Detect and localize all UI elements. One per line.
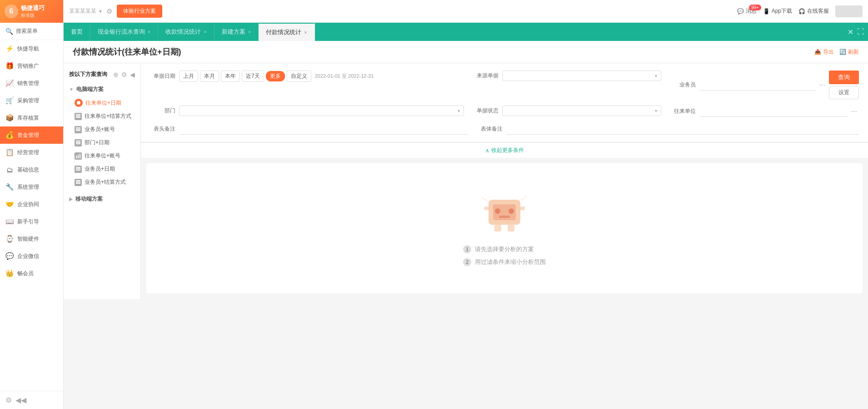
purchase-icon: 🛒 — [5, 96, 14, 105]
settings-footer-icon[interactable]: ⚙ — [5, 396, 12, 404]
solution-group-pc: ▼ 电脑端方案 往来单位+日期 往来单位+结算方式 — [64, 81, 140, 191]
solution-group-pc-header[interactable]: ▼ 电脑端方案 — [64, 83, 140, 96]
tab-bank[interactable]: 现金银行流水查询 × — [90, 23, 158, 41]
online-service-button[interactable]: 🎧 在线客服 — [798, 7, 829, 15]
tab-receipt-close[interactable]: × — [204, 29, 206, 35]
sidebar-item-cooperation[interactable]: 🤝 企业协同 — [0, 196, 63, 213]
tab-receipt[interactable]: 收款情况统计 × — [158, 23, 214, 41]
date-btn-last-month[interactable]: 上月 — [179, 71, 198, 82]
sidebar-item-quick-nav[interactable]: ⚡ 快捷导航 — [0, 40, 63, 57]
tab-payment-close[interactable]: × — [304, 30, 307, 35]
guide-icon: 📖 — [5, 217, 14, 226]
solution-group-mobile-header[interactable]: ▶ 移动端方案 — [64, 192, 140, 206]
body-note-input[interactable] — [506, 123, 859, 135]
solution-item-staff-account[interactable]: 业务员+账号 — [64, 123, 140, 136]
notice-button[interactable]: 💬 消息 99+ — [737, 7, 757, 15]
sidebar-item-basic-info[interactable]: 🗂 基础信息 — [0, 161, 63, 178]
tabbar-right-actions: ✕ ⛶ — [844, 23, 868, 41]
search-menu-item[interactable]: 🔍 搜索菜单 — [0, 23, 63, 40]
page-header-actions: 📤 导出 🔄 刷新 — [814, 48, 859, 56]
sidebar-item-operations[interactable]: 📋 经营管理 — [0, 144, 63, 161]
left-panel: 按以下方案查询 ⊕ ⚙ ◀ ▼ 电脑端方案 — [64, 63, 141, 299]
tab-home[interactable]: 首页 — [64, 23, 90, 41]
filter-item-dept: 部门 ▾ — [150, 106, 464, 116]
staff-more-icon[interactable]: ··· — [818, 81, 827, 89]
active-dot-icon — [75, 99, 83, 107]
solution-item-partner-account[interactable]: 往来单位+账号 — [64, 149, 140, 162]
solution-item-staff-date[interactable]: 业务员+日期 — [64, 162, 140, 176]
filter-section: 单据日期 上月 本月 本年 近7天 更多 自定义 2022-01-01 至 20… — [141, 63, 868, 142]
staff-input[interactable] — [699, 79, 815, 91]
app-label: App下载 — [772, 7, 792, 15]
tab-receipt-label: 收款情况统计 — [165, 28, 201, 36]
solution-item-label: 业务员+账号 — [85, 126, 115, 133]
date-btn-more[interactable]: 更多 — [266, 71, 285, 81]
svg-rect-24 — [484, 207, 489, 210]
tab-new-plan-close[interactable]: × — [248, 29, 251, 35]
date-btn-custom[interactable]: 自定义 — [287, 71, 311, 82]
header-note-input[interactable] — [179, 123, 468, 135]
collapse-panel-icon[interactable]: ◀ — [130, 71, 135, 78]
export-label: 导出 — [823, 48, 834, 56]
date-btn-7days[interactable]: 近7天 — [242, 71, 264, 82]
topbar: 某某某某某 ▾ ⚙ 体验行业方案 💬 消息 99+ 📱 App下载 🎧 在线客服 — [64, 0, 868, 23]
query-button[interactable]: 查询 — [829, 71, 859, 84]
filter-item-body-note: 表体备注 — [477, 123, 859, 135]
export-button[interactable]: 📤 导出 — [814, 48, 834, 56]
sidebar-item-inventory[interactable]: 📦 库存核算 — [0, 109, 63, 126]
sales-icon: 📈 — [5, 79, 14, 87]
partner-more-icon[interactable]: ··· — [849, 107, 859, 116]
refresh-button[interactable]: 🔄 刷新 — [839, 48, 859, 56]
solution-item-partner-settlement[interactable]: 往来单位+结算方式 — [64, 110, 140, 123]
tab-maximize-icon[interactable]: ⛶ — [857, 28, 864, 36]
company-dropdown-arrow[interactable]: ▾ — [99, 8, 102, 15]
collapse-conditions-button[interactable]: ∧ 收起更多条件 — [141, 142, 868, 158]
sidebar-item-system[interactable]: 🔧 系统管理 — [0, 178, 63, 196]
dept-select[interactable]: ▾ — [179, 106, 464, 116]
date-btn-this-month[interactable]: 本月 — [200, 71, 219, 82]
mobile-group-arrow: ▶ — [69, 197, 73, 202]
sidebar-item-sales[interactable]: 📈 销售管理 — [0, 75, 63, 92]
solution-item-label: 往来单位+账号 — [85, 152, 120, 160]
settings-gear-icon[interactable]: ⚙ — [105, 5, 114, 17]
status-select[interactable]: ▾ — [502, 106, 662, 116]
app-download-button[interactable]: 📱 App下载 — [763, 7, 792, 15]
date-btn-this-year[interactable]: 本年 — [221, 71, 240, 82]
svg-rect-11 — [78, 155, 79, 158]
dept-label: 部门 — [150, 107, 175, 115]
svg-line-28 — [482, 197, 489, 202]
company-name: 某某某某某 — [69, 7, 96, 15]
svg-rect-9 — [76, 143, 80, 144]
svg-rect-16 — [76, 180, 80, 181]
solution-item-staff-settlement[interactable]: 业务员+结算方式 — [64, 176, 140, 189]
status-dropdown-arrow: ▾ — [655, 108, 657, 113]
sidebar-item-purchase[interactable]: 🛒 采购管理 — [0, 92, 63, 109]
settings-plan-icon[interactable]: ⚙ — [121, 71, 127, 78]
solution-item-partner-date[interactable]: 往来单位+日期 — [64, 96, 140, 110]
trial-button[interactable]: 体验行业方案 — [117, 5, 162, 18]
sidebar-item-marketing[interactable]: 🎁 营销推广 — [0, 57, 63, 75]
sidebar-item-finance[interactable]: 💰 资金管理 — [0, 126, 63, 144]
right-panel: 单据日期 上月 本月 本年 近7天 更多 自定义 2022-01-01 至 20… — [141, 63, 868, 299]
solution-item-dept-date[interactable]: 部门+日期 — [64, 136, 140, 149]
user-avatar[interactable] — [835, 5, 863, 17]
collapse-sidebar-icon[interactable]: ◀◀ — [15, 396, 26, 404]
tab-bank-close[interactable]: × — [148, 29, 150, 35]
tip-num-1: 1 — [463, 245, 471, 253]
sidebar-item-wechat[interactable]: 💬 企业微信 — [0, 247, 63, 265]
tab-new-plan[interactable]: 新建方案 × — [215, 23, 259, 41]
filter-item-header-note: 表头备注 — [150, 123, 468, 135]
settings-button[interactable]: 设置 — [829, 86, 859, 99]
tab-payment[interactable]: 付款情况统计 × — [259, 23, 314, 41]
filter-item-date: 单据日期 上月 本月 本年 近7天 更多 自定义 2022-01-01 至 20… — [150, 71, 464, 82]
add-plan-icon[interactable]: ⊕ — [113, 71, 119, 78]
body-area: 按以下方案查询 ⊕ ⚙ ◀ ▼ 电脑端方案 — [64, 63, 868, 299]
sidebar-item-guide[interactable]: 📖 新手引导 — [0, 213, 63, 230]
sidebar-item-membership[interactable]: 👑 畅会员 — [0, 265, 63, 282]
source-select[interactable]: ▾ — [502, 71, 662, 81]
app-icon: 📱 — [763, 8, 770, 15]
tab-close-all-icon[interactable]: ✕ — [848, 28, 853, 36]
date-control: 上月 本月 本年 近7天 更多 自定义 2022-01-01 至 2022-12… — [179, 71, 464, 82]
partner-input[interactable] — [699, 106, 847, 117]
sidebar-item-hardware[interactable]: ⌚ 智能硬件 — [0, 230, 63, 247]
